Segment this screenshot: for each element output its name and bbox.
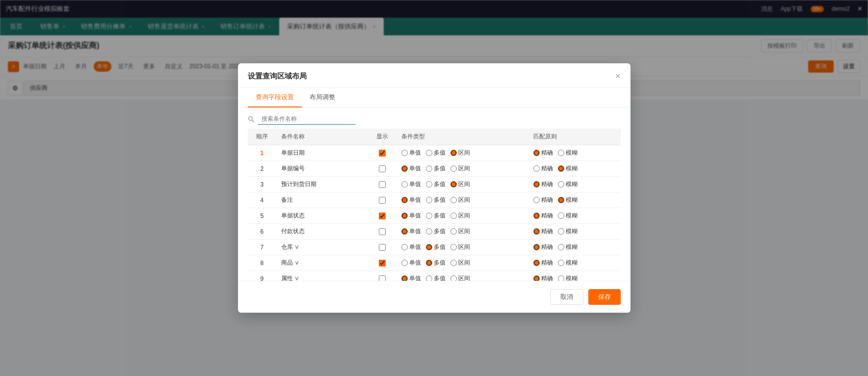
dialog-header: 设置查询区域布局 ×: [238, 63, 631, 88]
modal-overlay: 设置查询区域布局 × 查询字段设置 布局调整 顺序 条件名称 显: [0, 0, 868, 100]
dialog: 设置查询区域布局 × 查询字段设置 布局调整 顺序 条件名称 显: [238, 63, 631, 100]
dialog-tab-fields[interactable]: 查询字段设置: [248, 88, 302, 100]
dialog-tabs: 查询字段设置 布局调整: [238, 88, 631, 100]
dialog-title: 设置查询区域布局: [248, 72, 307, 81]
dialog-tab-layout[interactable]: 布局调整: [302, 88, 343, 100]
dialog-close-button[interactable]: ×: [615, 71, 621, 81]
